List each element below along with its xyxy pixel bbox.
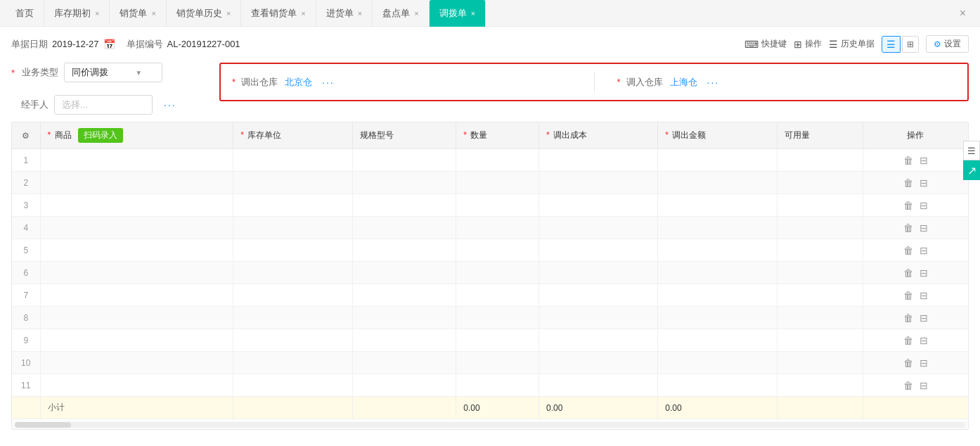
row-spec-cell[interactable] (352, 217, 456, 239)
copy-row-button[interactable]: ⊟ (920, 155, 928, 166)
row-unit-cell[interactable] (233, 329, 352, 352)
scan-button[interactable]: 扫码录入 (78, 128, 123, 143)
row-amount-cell[interactable] (658, 149, 777, 172)
row-spec-cell[interactable] (352, 307, 456, 329)
history-button[interactable]: ☰ 历史单据 (829, 38, 875, 50)
row-spec-cell[interactable] (352, 149, 456, 172)
copy-row-button[interactable]: ⊟ (920, 380, 928, 391)
tab-purchase[interactable]: 进货单 × (316, 0, 373, 27)
row-qty-cell[interactable] (456, 194, 539, 217)
copy-row-button[interactable]: ⊟ (920, 335, 928, 346)
row-qty-cell[interactable] (456, 262, 539, 284)
row-cost-cell[interactable] (539, 172, 658, 194)
row-qty-cell[interactable] (456, 284, 539, 307)
copy-row-button[interactable]: ⊟ (920, 200, 928, 211)
row-unit-cell[interactable] (233, 374, 352, 397)
row-qty-cell[interactable] (456, 352, 539, 374)
handler-more-button[interactable]: ··· (164, 99, 176, 110)
tab-sales-history-close[interactable]: × (226, 9, 231, 18)
tab-view-sales[interactable]: 查看销货单 × (241, 0, 316, 27)
copy-row-button[interactable]: ⊟ (920, 290, 928, 301)
delete-row-button[interactable]: 🗑 (903, 267, 913, 279)
settings-button[interactable]: ⚙ 设置 (926, 35, 969, 53)
tab-transfer[interactable]: 调拨单 × (430, 0, 486, 27)
row-amount-cell[interactable] (658, 217, 777, 239)
copy-row-button[interactable]: ⊟ (920, 357, 928, 369)
copy-row-button[interactable]: ⊟ (920, 312, 928, 324)
row-unit-cell[interactable] (233, 307, 352, 329)
copy-row-button[interactable]: ⊟ (920, 245, 928, 256)
row-product-cell[interactable] (40, 374, 233, 397)
row-available-cell[interactable] (777, 307, 863, 329)
row-unit-cell[interactable] (233, 352, 352, 374)
row-unit-cell[interactable] (233, 239, 352, 262)
row-available-cell[interactable] (777, 374, 863, 397)
row-product-cell[interactable] (40, 329, 233, 352)
business-type-select[interactable]: 同价调拨 ▼ (64, 63, 162, 82)
row-spec-cell[interactable] (352, 329, 456, 352)
row-product-cell[interactable] (40, 352, 233, 374)
row-amount-cell[interactable] (658, 239, 777, 262)
row-spec-cell[interactable] (352, 194, 456, 217)
row-spec-cell[interactable] (352, 374, 456, 397)
row-qty-cell[interactable] (456, 329, 539, 352)
row-qty-cell[interactable] (456, 217, 539, 239)
delete-row-button[interactable]: 🗑 (903, 177, 913, 189)
row-qty-cell[interactable] (456, 307, 539, 329)
tab-sales-history[interactable]: 销货单历史 × (167, 0, 241, 27)
shortcut-button[interactable]: ⌨ 快捷键 (744, 38, 787, 50)
row-qty-cell[interactable] (456, 239, 539, 262)
row-available-cell[interactable] (777, 352, 863, 374)
tab-inventory-init[interactable]: 库存期初 × (44, 0, 110, 27)
row-unit-cell[interactable] (233, 284, 352, 307)
tab-inventory-check-close[interactable]: × (414, 9, 418, 18)
row-available-cell[interactable] (777, 172, 863, 194)
grid-view-button[interactable]: ⊞ (902, 36, 919, 53)
row-unit-cell[interactable] (233, 194, 352, 217)
transfer-out-value[interactable]: 北京仓 (285, 76, 312, 89)
row-unit-cell[interactable] (233, 172, 352, 194)
delete-row-button[interactable]: 🗑 (903, 357, 913, 369)
row-cost-cell[interactable] (539, 284, 658, 307)
row-spec-cell[interactable] (352, 262, 456, 284)
tab-sales-order[interactable]: 销货单 × (110, 0, 166, 27)
scroll-thumb[interactable] (15, 422, 71, 428)
row-cost-cell[interactable] (539, 329, 658, 352)
row-spec-cell[interactable] (352, 172, 456, 194)
row-amount-cell[interactable] (658, 172, 777, 194)
row-amount-cell[interactable] (658, 194, 777, 217)
row-amount-cell[interactable] (658, 284, 777, 307)
transfer-out-more-button[interactable]: ··· (322, 77, 335, 88)
row-qty-cell[interactable] (456, 172, 539, 194)
row-available-cell[interactable] (777, 284, 863, 307)
row-product-cell[interactable] (40, 262, 233, 284)
row-available-cell[interactable] (777, 329, 863, 352)
row-cost-cell[interactable] (539, 149, 658, 172)
row-cost-cell[interactable] (539, 262, 658, 284)
tab-sales-order-close[interactable]: × (151, 9, 155, 18)
tab-view-sales-close[interactable]: × (301, 9, 305, 18)
row-qty-cell[interactable] (456, 374, 539, 397)
row-product-cell[interactable] (40, 217, 233, 239)
row-amount-cell[interactable] (658, 374, 777, 397)
tab-home[interactable]: 首页 (6, 0, 44, 27)
row-spec-cell[interactable] (352, 352, 456, 374)
row-amount-cell[interactable] (658, 262, 777, 284)
tab-inventory-check[interactable]: 盘点单 × (373, 0, 429, 27)
transfer-in-value[interactable]: 上海仓 (670, 76, 697, 89)
delete-row-button[interactable]: 🗑 (903, 200, 913, 211)
row-cost-cell[interactable] (539, 217, 658, 239)
row-amount-cell[interactable] (658, 352, 777, 374)
row-spec-cell[interactable] (352, 239, 456, 262)
tab-purchase-close[interactable]: × (358, 9, 362, 18)
row-product-cell[interactable] (40, 284, 233, 307)
row-spec-cell[interactable] (352, 284, 456, 307)
window-close-button[interactable]: × (951, 7, 974, 20)
row-cost-cell[interactable] (539, 374, 658, 397)
tab-inventory-init-close[interactable]: × (95, 9, 99, 18)
row-product-cell[interactable] (40, 172, 233, 194)
row-available-cell[interactable] (777, 262, 863, 284)
row-available-cell[interactable] (777, 239, 863, 262)
horizontal-scrollbar[interactable] (12, 421, 968, 429)
row-cost-cell[interactable] (539, 307, 658, 329)
